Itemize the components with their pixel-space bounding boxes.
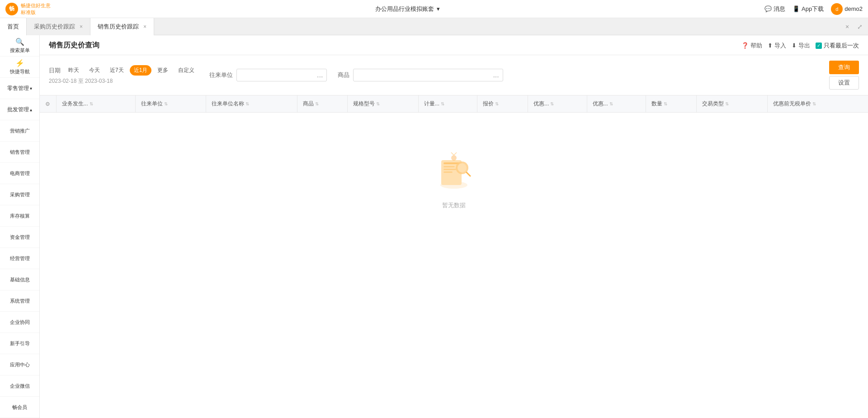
date-btn-custom[interactable]: 自定义: [174, 65, 198, 76]
main-layout: 🔍 搜索菜单 ⚡ 快捷导航 零售管理 ▾ 批发管理 ▴ 营销推广 销售管理 电商…: [0, 35, 868, 418]
logo-area: 畅 畅捷信好生意 标准版: [5, 2, 51, 15]
column-settings-icon[interactable]: ⚙: [45, 101, 50, 107]
th-trade-type[interactable]: 交易类型 ⇅: [697, 95, 768, 113]
page-title-row: 销售历史价查询 ❓ 帮助 ⬆ 导入 ⬇ 导出 ✓: [49, 41, 859, 55]
import-icon: ⬆: [768, 42, 773, 49]
maximize-window-btn[interactable]: ⤢: [855, 22, 864, 31]
tab-sales[interactable]: 销售历史价跟踪 ×: [90, 18, 154, 35]
sort-icon: ⇅: [164, 101, 168, 106]
th-discount2[interactable]: 优惠... ⇅: [587, 95, 646, 113]
message-icon: 💬: [764, 5, 772, 12]
svg-point-9: [451, 155, 457, 161]
window-controls: × ⤢: [843, 22, 868, 31]
tab-purchase-close[interactable]: ×: [80, 24, 83, 30]
th-unit-name[interactable]: 往来单位名称 ⇅: [206, 95, 297, 113]
th-pretax-price[interactable]: 优惠前无税单价 ⇅: [767, 95, 868, 113]
th-unit[interactable]: 计量... ⇅: [418, 95, 477, 113]
tab-home[interactable]: 首页: [0, 18, 27, 35]
date-btn-yesterday[interactable]: 昨天: [64, 65, 83, 76]
logo-text: 畅捷信好生意 标准版: [21, 2, 51, 15]
unit-input-dots: ...: [317, 71, 323, 79]
th-quantity[interactable]: 数量 ⇅: [646, 95, 697, 113]
app-download-btn[interactable]: 📱 App下载: [793, 5, 824, 13]
date-filter-group: 日期 昨天 今天 近7天 近1月 更多 自定义: [49, 65, 198, 76]
th-biz-date[interactable]: 业务发生... ⇅: [56, 95, 135, 113]
svg-rect-3: [443, 166, 455, 167]
th-discount1[interactable]: 优惠... ⇅: [528, 95, 587, 113]
sidebar-item-guide[interactable]: 新手引导: [0, 333, 39, 354]
sidebar-item-purchase[interactable]: 采购管理: [0, 184, 39, 205]
export-icon: ⬇: [792, 42, 797, 49]
sidebar-item-weixin[interactable]: 企业微信: [0, 375, 39, 397]
workspace-selector[interactable]: 办公用品行业模拟账套 ▾: [375, 5, 440, 13]
product-input-dots: ...: [493, 71, 499, 79]
date-range-display: 2023-02-18 至 2023-03-18: [49, 77, 198, 85]
date-btn-7days[interactable]: 近7天: [106, 65, 128, 76]
sidebar-item-quick-nav[interactable]: ⚡ 快捷导航: [0, 57, 39, 78]
svg-point-7: [458, 163, 467, 172]
sidebar-item-marketing[interactable]: 营销推广: [0, 120, 39, 142]
sidebar-item-app-center[interactable]: 应用中心: [0, 354, 39, 375]
header-left: 畅 畅捷信好生意 标准版: [5, 2, 51, 15]
sidebar-item-membership[interactable]: 畅会员: [0, 397, 39, 418]
th-product[interactable]: 商品 ⇅: [297, 95, 348, 113]
page-actions: ❓ 帮助 ⬆ 导入 ⬇ 导出 ✓ 只看最后一次: [741, 42, 859, 50]
export-btn[interactable]: ⬇ 导出: [792, 42, 810, 50]
empty-icon: [431, 149, 476, 194]
sidebar-item-basic-info[interactable]: 基础信息: [0, 269, 39, 290]
settings-button[interactable]: 设置: [829, 76, 859, 90]
logo-icon: 畅: [5, 3, 18, 15]
th-settings: ⚙: [40, 95, 56, 113]
help-btn[interactable]: ❓ 帮助: [741, 42, 762, 50]
tabbar: 首页 采购历史价跟踪 × 销售历史价跟踪 × × ⤢: [0, 18, 868, 35]
avatar: d: [831, 3, 843, 15]
sidebar-item-retail[interactable]: 零售管理 ▾: [0, 78, 39, 99]
only-last-checkbox[interactable]: ✓ 只看最后一次: [816, 42, 859, 50]
sidebar-item-enterprise[interactable]: 企业协同: [0, 312, 39, 333]
lightning-icon: ⚡: [15, 59, 24, 67]
sidebar-item-system[interactable]: 系统管理: [0, 290, 39, 312]
tab-sales-close[interactable]: ×: [143, 24, 146, 30]
search-button[interactable]: 查询: [829, 61, 859, 74]
sort-icon: ⇅: [664, 101, 667, 106]
search-icon: 🔍: [15, 38, 24, 46]
sort-icon: ⇅: [90, 101, 93, 106]
import-btn[interactable]: ⬆ 导入: [768, 42, 786, 50]
sidebar-item-operations[interactable]: 经营管理: [0, 248, 39, 269]
th-spec[interactable]: 规格型号 ⇅: [348, 95, 419, 113]
date-btn-more[interactable]: 更多: [153, 65, 172, 76]
data-table: ⚙ 业务发生... ⇅ 往来单位 ⇅: [40, 95, 868, 246]
unit-input[interactable]: ...: [236, 69, 327, 81]
svg-line-11: [454, 152, 457, 155]
sidebar-item-ecommerce[interactable]: 电商管理: [0, 163, 39, 184]
svg-rect-2: [443, 162, 459, 164]
header-right: 💬 消息 📱 App下载 d demo2: [764, 3, 863, 15]
sort-icon: ⇅: [441, 101, 444, 106]
sidebar-item-search-menu[interactable]: 🔍 搜索菜单: [0, 35, 39, 57]
content-area: 销售历史价查询 ❓ 帮助 ⬆ 导入 ⬇ 导出 ✓: [40, 35, 868, 418]
empty-text: 暂无数据: [442, 201, 466, 209]
sort-icon: ⇅: [812, 101, 816, 106]
close-window-btn[interactable]: ×: [843, 22, 852, 31]
help-icon: ❓: [741, 42, 749, 49]
sort-icon: ⇅: [245, 101, 249, 106]
filter-row: 日期 昨天 今天 近7天 近1月 更多 自定义 2023-02-18 至 202…: [40, 55, 868, 95]
page-header: 销售历史价查询 ❓ 帮助 ⬆ 导入 ⬇ 导出 ✓: [40, 35, 868, 55]
tab-purchase[interactable]: 采购历史价跟踪 ×: [27, 18, 90, 35]
message-btn[interactable]: 💬 消息: [764, 5, 785, 13]
action-buttons: 查询 设置: [829, 61, 859, 90]
sidebar-item-sales-mgmt[interactable]: 销售管理: [0, 142, 39, 163]
product-input[interactable]: ...: [353, 69, 503, 81]
sidebar-item-finance[interactable]: 资金管理: [0, 227, 39, 248]
product-filter-group: 商品 ...: [338, 69, 503, 81]
th-price[interactable]: 报价 ⇅: [477, 95, 528, 113]
chevron-up-icon: ▴: [30, 107, 32, 112]
sidebar-item-inventory[interactable]: 库存核算: [0, 205, 39, 227]
date-btn-today[interactable]: 今天: [85, 65, 104, 76]
date-btn-1month[interactable]: 近1月: [130, 65, 152, 76]
th-unit-code[interactable]: 往来单位 ⇅: [135, 95, 206, 113]
sidebar: 🔍 搜索菜单 ⚡ 快捷导航 零售管理 ▾ 批发管理 ▴ 营销推广 销售管理 电商…: [0, 35, 40, 418]
sidebar-item-wholesale[interactable]: 批发管理 ▴: [0, 99, 39, 120]
user-area[interactable]: d demo2: [831, 3, 863, 15]
date-filter-col: 日期 昨天 今天 近7天 近1月 更多 自定义 2023-02-18 至 202…: [49, 65, 198, 85]
